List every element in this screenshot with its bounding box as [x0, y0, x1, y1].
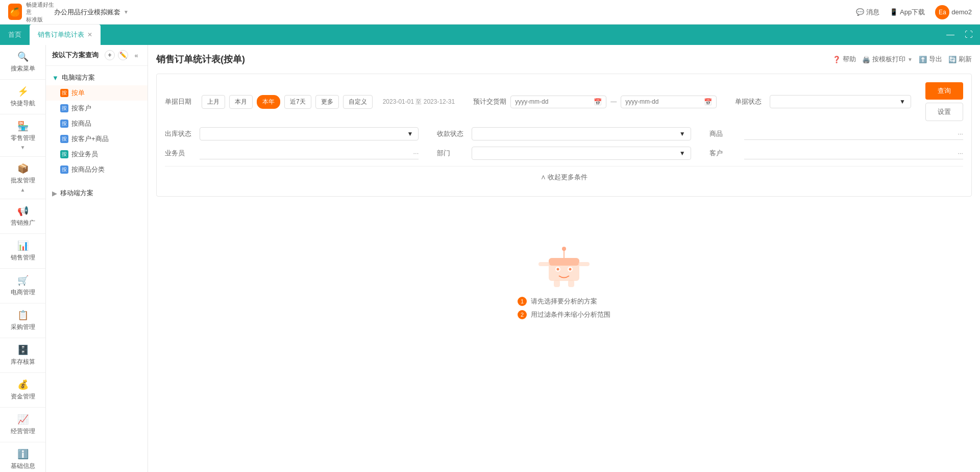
calendar-start-icon[interactable]: 📅 — [594, 98, 602, 106]
search-button[interactable]: 查询 — [925, 82, 963, 100]
department-select[interactable]: ▼ — [472, 147, 691, 160]
tree-parent-mobile[interactable]: ▶ 移动端方案 — [46, 185, 148, 201]
tab-minimize-button[interactable]: — — [943, 28, 958, 42]
sidebar-item-finance[interactable]: 💰 资金管理 — [0, 373, 45, 408]
sidebar-item-basic-info[interactable]: ℹ️ 基础信息 — [0, 442, 45, 472]
page-header: 销售订单统计表(按单) ❓ 帮助 🖨️ 按模板打印 ▼ ⬆️ 导出 🔄 刷新 — [156, 53, 972, 65]
this-month-button[interactable]: 本月 — [229, 95, 253, 109]
tree-child-by-customer-product[interactable]: 按 按客户+商品 — [46, 131, 148, 147]
app-download-action[interactable]: 📱 App下载 — [890, 8, 925, 17]
edit-scheme-button[interactable]: ✏️ — [118, 50, 128, 60]
expected-delivery-group: 预计交货期 📅 — 📅 — [473, 96, 717, 108]
tab-close-icon[interactable]: ✕ — [87, 31, 92, 38]
refresh-button[interactable]: 🔄 刷新 — [948, 55, 972, 64]
export-button[interactable]: ⬆️ 导出 — [919, 55, 942, 64]
date-label: 单据日期 — [165, 97, 195, 106]
tree-child-by-order[interactable]: 按 按单 — [46, 85, 148, 101]
tip-num-1: 1 — [518, 297, 527, 306]
tree-child-by-customer[interactable]: 按 按客户 — [46, 101, 148, 116]
sidebar-item-ecommerce[interactable]: 🛒 电商管理 — [0, 269, 45, 303]
topbar-title[interactable]: 办公用品行业模拟账套 ▼ — [54, 8, 856, 17]
tab-sales-stats[interactable]: 销售订单统计表 ✕ — [30, 25, 101, 45]
help-button[interactable]: ❓ 帮助 — [832, 55, 856, 64]
sidebar-item-quick-nav[interactable]: ⚡ 快捷导航 — [0, 80, 45, 114]
svg-rect-11 — [568, 280, 574, 287]
print-chevron-icon: ▼ — [908, 57, 913, 62]
tree-child-by-salesperson[interactable]: 按 按业务员 — [46, 147, 148, 162]
calendar-end-icon[interactable]: 📅 — [704, 98, 712, 106]
payment-status-col: 收款状态 ▼ — [437, 127, 691, 140]
delivery-date-start-wrap[interactable]: 📅 — [510, 96, 606, 108]
marketing-icon: 📢 — [17, 205, 29, 217]
tab-bar: 首页 销售订单统计表 ✕ — ⛶ — [0, 25, 980, 45]
customer-more-icon[interactable]: ··· — [958, 149, 963, 157]
svg-point-5 — [569, 268, 572, 271]
add-scheme-button[interactable]: + — [105, 50, 115, 60]
page-actions: ❓ 帮助 🖨️ 按模板打印 ▼ ⬆️ 导出 🔄 刷新 — [832, 55, 972, 64]
date-range-label: 2023-01-01 至 2023-12-31 — [383, 98, 455, 106]
wholesale-chevron-icon: ▲ — [20, 187, 26, 193]
sidebar-item-inventory[interactable]: 🗄️ 库存核算 — [0, 338, 45, 373]
delivery-date-end-wrap[interactable]: 📅 — [621, 96, 717, 108]
purchase-icon: 📋 — [17, 310, 29, 321]
tree-child-by-product[interactable]: 按 按商品 — [46, 116, 148, 131]
tree-mobile-expand-icon: ▶ — [52, 190, 57, 197]
sidebar-item-retail[interactable]: 🏪 零售管理 ▼ — [0, 114, 45, 157]
date-filter: 上月 本月 本年 近7天 更多 自定义 — [202, 95, 373, 109]
product-more-icon[interactable]: ··· — [958, 130, 963, 137]
quick-nav-icon: ⚡ — [17, 86, 29, 97]
export-icon: ⬆️ — [919, 56, 927, 63]
svg-rect-8 — [538, 262, 550, 266]
tab-home[interactable]: 首页 — [0, 25, 30, 45]
last7days-button[interactable]: 近7天 — [284, 95, 311, 109]
tab-maximize-button[interactable]: ⛶ — [962, 28, 976, 42]
dropdown-chevron-icon[interactable]: ▼ — [124, 9, 129, 15]
filter-buttons: 查询 设置 — [925, 82, 963, 121]
sidebar-item-wholesale[interactable]: 📦 批发管理 ▲ — [0, 157, 45, 199]
sidebar-item-marketing[interactable]: 📢 营销推广 — [0, 199, 45, 234]
sales-mgmt-icon: 📊 — [17, 240, 29, 251]
tree-expand-icon: ▼ — [52, 74, 59, 82]
payment-status-select[interactable]: ▼ — [472, 127, 691, 140]
last-month-button[interactable]: 上月 — [202, 95, 225, 109]
sidebar-item-purchase[interactable]: 📋 采购管理 — [0, 303, 45, 338]
filter-area: 单据日期 上月 本月 本年 近7天 更多 自定义 2023-01-01 至 20… — [156, 74, 972, 197]
svg-point-7 — [562, 247, 566, 251]
salesperson-more-icon[interactable]: ··· — [413, 149, 419, 157]
filter-row-2: 出库状态 ▼ 收款状态 ▼ 商品 ··· — [165, 127, 963, 140]
tip-num-2: 2 — [518, 310, 527, 319]
filter-row-3: 业务员 ··· 部门 ▼ 客户 ··· — [165, 147, 963, 160]
sidebar-item-operation[interactable]: 📈 经营管理 — [0, 408, 45, 442]
setting-button[interactable]: 设置 — [925, 103, 963, 121]
order-status-select[interactable]: ▼ — [770, 95, 911, 108]
tree-child-by-product-category[interactable]: 按 按商品分类 — [46, 162, 148, 177]
sidebar-item-search[interactable]: 🔍 搜索菜单 — [0, 45, 45, 80]
collapse-panel-button[interactable]: « — [131, 50, 141, 60]
wholesale-icon: 📦 — [17, 163, 29, 174]
main-layout: 🔍 搜索菜单 ⚡ 快捷导航 🏪 零售管理 ▼ 📦 批发管理 ▲ 📢 营销推广 📊… — [0, 45, 980, 472]
operation-icon: 📈 — [17, 414, 29, 425]
template-print-button[interactable]: 🖨️ 按模板打印 ▼ — [862, 55, 913, 64]
collapse-more-button[interactable]: ∧ 收起更多条件 — [165, 166, 963, 188]
delivery-date-start-input[interactable] — [515, 98, 592, 105]
more-date-button[interactable]: 更多 — [315, 95, 339, 109]
left-panel-header: 按以下方案查询 + ✏️ « — [46, 45, 148, 66]
tree-parent-pc[interactable]: ▼ 电脑端方案 — [46, 70, 148, 85]
user-action[interactable]: Ea demo2 — [935, 5, 972, 19]
message-action[interactable]: 💬 消息 — [856, 8, 879, 17]
svg-rect-1 — [549, 258, 579, 266]
department-chevron-icon: ▼ — [679, 150, 685, 157]
collapse-chevron-icon: ∧ — [541, 173, 548, 181]
payment-status-chevron-icon: ▼ — [679, 130, 685, 137]
sidebar-item-sales-mgmt[interactable]: 📊 销售管理 — [0, 234, 45, 269]
sidebar: 🔍 搜索菜单 ⚡ 快捷导航 🏪 零售管理 ▼ 📦 批发管理 ▲ 📢 营销推广 📊… — [0, 45, 46, 472]
delivery-date-end-input[interactable] — [625, 98, 702, 105]
this-year-button[interactable]: 本年 — [257, 95, 280, 109]
retail-icon: 🏪 — [17, 121, 29, 132]
message-icon: 💬 — [856, 8, 864, 16]
order-status-group: 单据状态 ▼ — [735, 95, 911, 108]
date-filter-group: 单据日期 上月 本月 本年 近7天 更多 自定义 2023-01-01 至 20… — [165, 95, 455, 109]
delivery-status-select[interactable]: ▼ — [200, 127, 419, 140]
product-col: 商品 ··· — [709, 128, 963, 140]
custom-date-button[interactable]: 自定义 — [343, 95, 373, 109]
